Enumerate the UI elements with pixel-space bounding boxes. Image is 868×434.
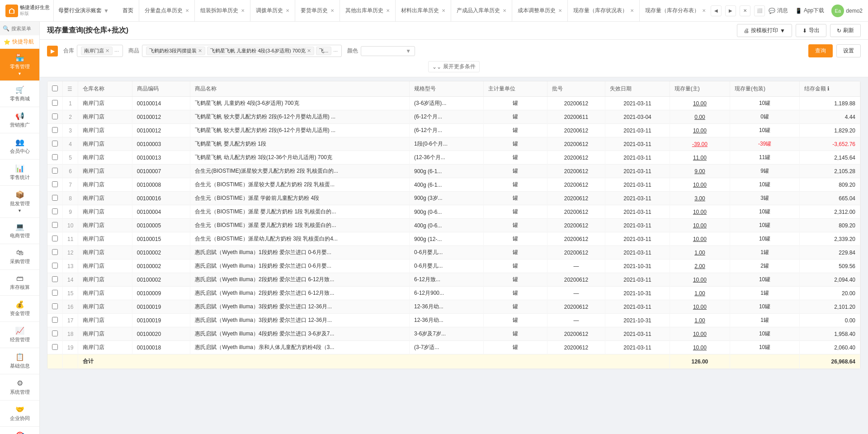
qty-link[interactable]: 10.00 — [693, 277, 707, 283]
sidebar-item-wholesale[interactable]: 📦 批发管理 ▼ — [0, 186, 39, 218]
tab-close-icon[interactable]: ✕ — [286, 8, 289, 13]
row-checkbox[interactable] — [52, 330, 58, 336]
product-tag1-close[interactable]: ✕ — [198, 48, 202, 54]
qty-link[interactable]: 10.00 — [693, 236, 707, 242]
row-checkbox[interactable] — [52, 249, 58, 255]
qty-link[interactable]: 10.00 — [693, 344, 707, 351]
tab-close-icon[interactable]: ✕ — [558, 8, 562, 13]
product-more-icon[interactable]: ··· — [333, 48, 338, 54]
sidebar-item-retail_shop[interactable]: 🛒 零售商城 — [0, 81, 39, 107]
tab-maximize-btn[interactable]: ⬜ — [754, 5, 765, 16]
message-btn[interactable]: 💬 消息 — [769, 7, 788, 14]
qty-link[interactable]: 2.00 — [694, 263, 705, 269]
qty-link[interactable]: -39.00 — [692, 141, 708, 147]
user-profile[interactable]: Ea demo2 — [831, 5, 863, 17]
row-checkbox[interactable] — [52, 208, 58, 214]
row-checkbox[interactable] — [52, 276, 58, 282]
row-checkbox[interactable] — [52, 141, 58, 146]
row-checkbox[interactable] — [52, 181, 58, 187]
tab-tab1[interactable]: 分量盘点单历史✕ — [139, 0, 195, 22]
sidebar-item-finance[interactable]: 💰 资金管理 — [0, 296, 39, 322]
settings-btn[interactable]: 设置 — [836, 44, 861, 57]
tab-close-icon[interactable]: ✕ — [442, 8, 445, 13]
tab-close-icon[interactable]: ✕ — [630, 8, 634, 13]
row-checkbox[interactable] — [52, 344, 58, 350]
sidebar-item-basic[interactable]: 📋 基础信息 — [0, 348, 39, 374]
qty-link[interactable]: 0.00 — [694, 114, 705, 120]
sidebar-item-operations[interactable]: 📈 经营管理 — [0, 322, 39, 348]
row-checkbox[interactable] — [52, 317, 58, 323]
sidebar-item-purchase[interactable]: 🛍 采购管理 — [0, 244, 39, 270]
qty-link[interactable]: 11.00 — [693, 155, 707, 161]
row-checkbox[interactable] — [52, 222, 58, 228]
select-all-checkbox[interactable] — [52, 85, 58, 91]
tab-tab2[interactable]: 组装拆卸单历史✕ — [195, 0, 250, 22]
sidebar-item-new_guide[interactable]: 🎯 新手引导 — [0, 427, 39, 434]
product-filter-input[interactable]: 飞鹤奶粉3段丙摆提装 ✕ 飞鹤星飞帆 儿童奶粉 4段(3-6岁适用) 700克 … — [142, 45, 342, 57]
qty-link[interactable]: 1.00 — [694, 317, 705, 324]
search-input[interactable] — [11, 26, 37, 31]
row-checkbox[interactable] — [52, 154, 58, 160]
row-checkbox[interactable] — [52, 100, 58, 106]
color-filter-input[interactable]: ▼ — [361, 46, 415, 56]
tab-nav-prev[interactable]: ◀ — [711, 5, 722, 16]
tab-close-icon[interactable]: ✕ — [503, 8, 506, 13]
sidebar-item-ecommerce[interactable]: 💻 电商管理 — [0, 218, 39, 244]
tab-tab9[interactable]: 现存量（库存状况表）✕ — [568, 0, 640, 22]
sidebar-item-member[interactable]: 👥 会员中心 — [0, 133, 39, 160]
warehouse-more-icon[interactable]: ··· — [114, 48, 119, 54]
export-btn[interactable]: ⬇ 导出 — [796, 24, 826, 37]
tab-home[interactable]: 首页 — [117, 0, 139, 22]
tab-close-icon[interactable]: ✕ — [185, 8, 189, 13]
warehouse-filter-input[interactable]: 南岸门店 ✕ ··· — [77, 45, 123, 57]
expand-more-conditions-btn[interactable]: ⌄⌄ 展开更多条件 — [428, 61, 480, 72]
app-download-btn[interactable]: 📱 App下载 — [795, 7, 824, 14]
tab-tab7[interactable]: 产成品入库单历史✕ — [451, 0, 512, 22]
row-checkbox[interactable] — [52, 195, 58, 201]
tab-tab5[interactable]: 其他出库单历史✕ — [340, 0, 396, 22]
sidebar-item-retail[interactable]: 🏪 零售管理 ▼ — [0, 49, 39, 81]
account-selector[interactable]: 母婴行业演示账套 ▼ — [53, 0, 113, 22]
row-checkbox[interactable] — [52, 290, 58, 296]
row-checkbox[interactable] — [52, 168, 58, 174]
tab-nav-next[interactable]: ▶ — [725, 5, 736, 16]
tab-close-btn[interactable]: ✕ — [740, 5, 750, 16]
qty-link[interactable]: 10.00 — [693, 127, 707, 134]
sidebar-item-retail_stat[interactable]: 📊 零售统计 — [0, 160, 39, 186]
product-tag2-close[interactable]: ✕ — [307, 48, 311, 54]
row-checkbox[interactable] — [52, 303, 58, 309]
row-checkbox[interactable] — [52, 263, 58, 269]
sidebar-item-marketing[interactable]: 📢 营销推广 — [0, 107, 39, 133]
row-checkbox[interactable] — [52, 113, 58, 119]
tab-tab3[interactable]: 调拨单历史✕ — [250, 0, 295, 22]
tab-tab8[interactable]: 成本调整单历史✕ — [512, 0, 568, 22]
sidebar-item-enterprise[interactable]: 🤝 企业协同 — [0, 401, 39, 427]
qty-link[interactable]: 10.00 — [693, 100, 707, 107]
row-checkbox[interactable] — [52, 127, 58, 133]
qty-link[interactable]: 10.00 — [693, 222, 707, 229]
qty-link[interactable]: 9.00 — [694, 168, 705, 175]
template-print-btn[interactable]: 🖨 按模板打印 ▼ — [737, 24, 792, 37]
tab-close-icon[interactable]: ✕ — [330, 8, 334, 13]
qty-link[interactable]: 1.00 — [694, 250, 705, 256]
qty-link[interactable]: 1.00 — [694, 290, 705, 297]
qty-link[interactable]: 3.00 — [694, 195, 705, 202]
tab-close-icon[interactable]: ✕ — [702, 8, 706, 13]
tab-tab6[interactable]: 材料出库单历史✕ — [396, 0, 451, 22]
query-btn[interactable]: 查询 — [808, 44, 833, 57]
refresh-btn[interactable]: ↻ 刷新 — [830, 24, 861, 37]
tab-tab4[interactable]: 要货单历史✕ — [295, 0, 340, 22]
filter-expand-arrow[interactable]: ▶ — [47, 46, 58, 57]
quick-nav[interactable]: ⭐ 快捷导航 — [0, 35, 39, 49]
sidebar-item-inventory[interactable]: 🗃 库存核算 — [0, 270, 39, 296]
qty-link[interactable]: 10.00 — [693, 331, 707, 337]
qty-link[interactable]: 10.00 — [693, 209, 707, 215]
qty-link[interactable]: 10.00 — [693, 182, 707, 188]
tab-close-icon[interactable]: ✕ — [241, 8, 245, 13]
warehouse-tag-close[interactable]: ✕ — [105, 48, 109, 54]
row-checkbox[interactable] — [52, 236, 58, 241]
sidebar-item-system[interactable]: ⚙ 系统管理 — [0, 374, 39, 401]
tab-tab10[interactable]: 现存量（库存分布表）✕ — [640, 0, 707, 22]
tab-close-icon[interactable]: ✕ — [386, 8, 390, 13]
qty-link[interactable]: 10.00 — [693, 304, 707, 310]
